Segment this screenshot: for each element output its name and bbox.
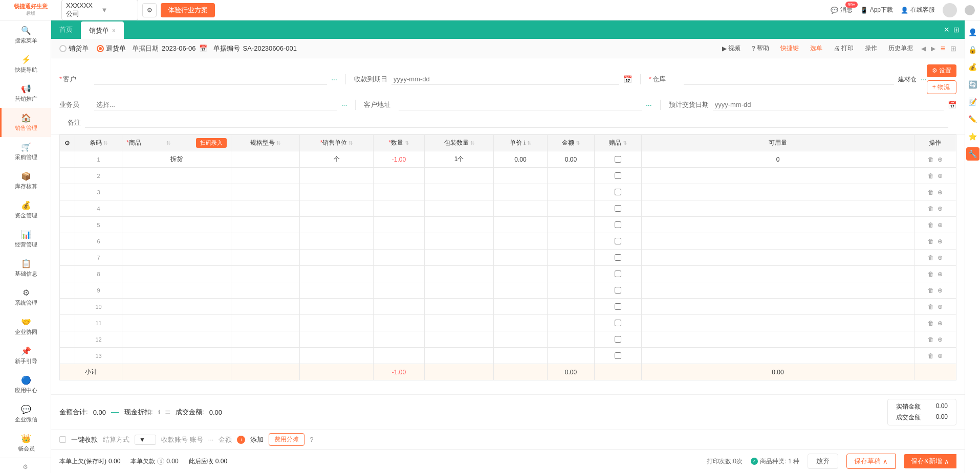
sort-product-icon[interactable]: ⇅ [166, 140, 170, 146]
right-panel-icon-lock[interactable]: 🔒 [966, 43, 979, 56]
sidebar-item-wechat[interactable]: 💬 企业微信 [0, 399, 51, 429]
delete-icon-2[interactable]: 🗑 [928, 172, 934, 179]
discount-info-icon[interactable]: ℹ [158, 409, 160, 416]
warehouse-input[interactable] [684, 74, 894, 85]
one-click-checkbox[interactable] [59, 436, 66, 443]
sort-quantity-icon[interactable]: ⇅ [405, 140, 409, 146]
sort-gift-icon[interactable]: ⇅ [623, 140, 627, 146]
salesperson-dots-icon[interactable]: ··· [341, 101, 347, 109]
expected-date-input[interactable] [713, 99, 944, 110]
cell-gift-8[interactable] [595, 266, 642, 282]
payment-calendar-icon[interactable]: 📅 [623, 75, 632, 83]
cell-gift-4[interactable] [595, 200, 642, 217]
delete-icon-9[interactable]: 🗑 [928, 287, 934, 294]
copy-icon-5[interactable]: ⊕ [938, 221, 943, 229]
delete-icon-10[interactable]: 🗑 [928, 303, 934, 310]
save-draft-button[interactable]: 保存草稿 ∧ [846, 454, 896, 469]
shortcut-btn[interactable]: 快捷键 [777, 43, 802, 54]
customer-address-input[interactable] [399, 99, 642, 110]
sidebar-item-guide[interactable]: 📌 新手引导 [0, 341, 51, 370]
payment-date-input[interactable] [391, 74, 619, 85]
sidebar-item-sales[interactable]: 🏠 销售管理 [0, 108, 51, 137]
copy-icon-10[interactable]: ⊕ [938, 303, 943, 310]
delete-icon-11[interactable]: 🗑 [928, 320, 934, 327]
list-view-icon[interactable]: ≡ [941, 44, 945, 53]
user-avatar[interactable] [943, 3, 957, 17]
right-panel-icon-active[interactable]: 🔧 [966, 147, 979, 161]
history-btn[interactable]: 历史单据 [885, 43, 916, 54]
copy-icon-11[interactable]: ⊕ [938, 320, 943, 327]
gift-checkbox-4[interactable] [615, 205, 621, 212]
sidebar-item-appcenter[interactable]: 🔵 应用中心 [0, 370, 51, 399]
copy-icon-6[interactable]: ⊕ [938, 238, 943, 245]
right-panel-icon-money[interactable]: 💰 [966, 60, 979, 74]
cell-gift-11[interactable] [595, 315, 642, 331]
sidebar-item-collab[interactable]: 🤝 企业协同 [0, 312, 51, 341]
radio-return[interactable]: 退货单 [97, 44, 126, 53]
gift-checkbox-11[interactable] [615, 320, 621, 326]
gift-checkbox-2[interactable] [615, 172, 621, 179]
th-settings[interactable]: ⚙ [60, 135, 75, 151]
delete-icon-13[interactable]: 🗑 [928, 352, 934, 359]
print-btn[interactable]: 🖨 打印 [831, 43, 857, 54]
radio-sale[interactable]: 销货单 [59, 44, 89, 53]
salesperson-input[interactable] [94, 99, 337, 110]
add-payment-btn[interactable]: + [237, 436, 245, 444]
cell-gift-7[interactable] [595, 250, 642, 266]
delete-icon-12[interactable]: 🗑 [928, 336, 934, 343]
sidebar-gear-btn[interactable]: ⚙ [0, 458, 51, 473]
account-dots-icon[interactable]: ··· [208, 436, 214, 443]
tab-home[interactable]: 首页 [51, 20, 81, 39]
app-download-btn[interactable]: 📱 App下载 [860, 6, 893, 14]
gift-checkbox-1[interactable] [615, 156, 621, 163]
gift-checkbox-7[interactable] [615, 254, 621, 261]
copy-icon-12[interactable]: ⊕ [938, 336, 943, 343]
copy-icon-4[interactable]: ⊕ [938, 205, 943, 212]
sidebar-item-marketing[interactable]: 📢 营销推广 [0, 79, 51, 108]
calendar-icon[interactable]: 📅 [199, 44, 207, 52]
fee-help-icon[interactable]: ? [310, 436, 313, 443]
save-new-button[interactable]: 保存&新增 ∧ [904, 454, 956, 468]
gift-checkbox-3[interactable] [615, 189, 621, 195]
sidebar-item-inventory[interactable]: 📦 库存核算 [0, 166, 51, 195]
sort-unit-icon[interactable]: ⇅ [349, 140, 353, 146]
delete-icon-6[interactable]: 🗑 [928, 238, 934, 245]
delete-icon-1[interactable]: 🗑 [928, 156, 934, 163]
sidebar-item-system[interactable]: ⚙ 系统管理 [0, 283, 51, 312]
copy-icon-7[interactable]: ⊕ [938, 254, 943, 261]
fee-split-btn[interactable]: 费用分摊 [269, 433, 304, 446]
sort-pack-icon[interactable]: ⇅ [470, 140, 474, 146]
sidebar-item-member[interactable]: 👑 畅会员 [0, 429, 51, 458]
right-panel-icon-note[interactable]: 📝 [966, 95, 979, 108]
right-panel-icon-star[interactable]: ⭐ [966, 130, 979, 143]
unit-price-info-icon[interactable]: ℹ [524, 140, 526, 146]
gift-checkbox-13[interactable] [615, 352, 621, 359]
online-service-btn[interactable]: 👤 在线客服 [901, 6, 935, 14]
logistics-button[interactable]: + 物流 [927, 80, 956, 94]
sidebar-item-shortcuts[interactable]: ⚡ 快捷导航 [0, 50, 51, 79]
cell-gift-13[interactable] [595, 348, 642, 364]
settlement-select[interactable]: ▼ [135, 435, 156, 445]
help-btn[interactable]: ? 帮助 [749, 43, 772, 54]
customer-dots-icon[interactable]: ··· [331, 75, 337, 83]
cell-gift-10[interactable] [595, 299, 642, 315]
delete-icon-3[interactable]: 🗑 [928, 189, 934, 196]
cell-gift-9[interactable] [595, 282, 642, 299]
gift-checkbox-5[interactable] [615, 221, 621, 228]
maximize-icon[interactable]: ⊞ [953, 26, 960, 34]
close-window-icon[interactable]: × [944, 25, 949, 35]
video-btn[interactable]: ▶ 视频 [719, 43, 744, 54]
sidebar-item-purchase[interactable]: 🛒 采购管理 [0, 137, 51, 166]
delete-icon-7[interactable]: 🗑 [928, 254, 934, 261]
sort-barcode-icon[interactable]: ⇅ [103, 140, 107, 146]
sort-price-icon[interactable]: ⇅ [527, 140, 531, 146]
right-panel-icon-edit[interactable]: ✏️ [966, 112, 979, 126]
expected-calendar-icon[interactable]: 📅 [948, 101, 956, 109]
balance2-info-icon[interactable]: ℹ [157, 458, 164, 465]
sidebar-item-search[interactable]: 🔍 搜索菜单 [0, 20, 51, 50]
tab-sales-order[interactable]: 销货单 × [81, 21, 124, 40]
cell-qty-1[interactable]: -1.00 [373, 151, 425, 168]
settings-button[interactable]: ⚙ 设置 [927, 64, 956, 77]
scan-button[interactable]: 扫码录入 [196, 138, 227, 148]
cell-gift-12[interactable] [595, 331, 642, 348]
